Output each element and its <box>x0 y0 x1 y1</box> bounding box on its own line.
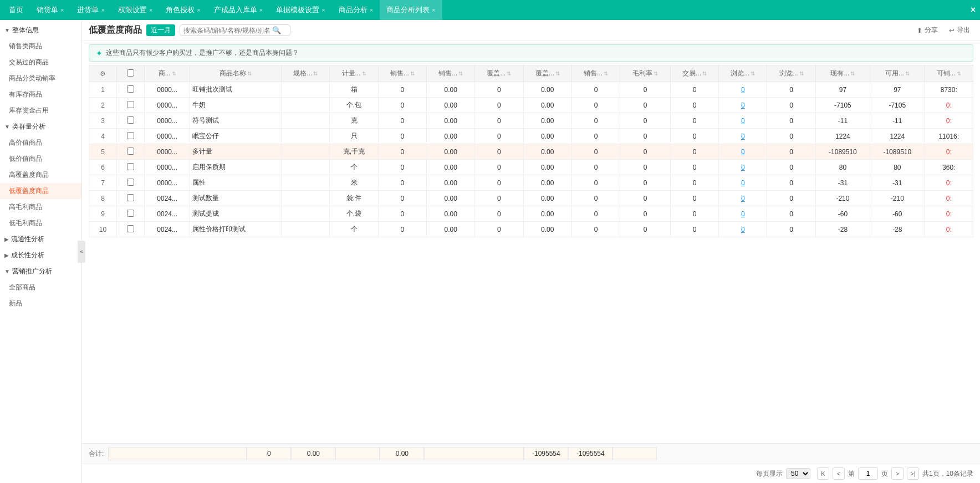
cover1-col-header[interactable]: 覆盖...⇅ <box>475 65 523 82</box>
sidebar-item-low-value[interactable]: 低价值商品 <box>0 151 81 167</box>
sidebar-group-overview[interactable]: ▼ 整体信息 <box>0 22 81 38</box>
unit-col-header[interactable]: 计量...⇅ <box>330 65 378 82</box>
row-select-checkbox[interactable] <box>127 194 134 201</box>
export-button[interactable]: ↩ 导出 <box>946 24 973 36</box>
close-icon[interactable]: × <box>197 7 200 13</box>
row-select-checkbox[interactable] <box>127 101 134 108</box>
prev-page-button[interactable]: < <box>833 467 845 480</box>
next-page-button[interactable]: > <box>891 467 904 480</box>
row-browse1[interactable]: 0 <box>719 144 767 160</box>
cover2-col-header[interactable]: 覆盖...⇅ <box>523 65 571 82</box>
row-select-checkbox[interactable] <box>127 210 134 217</box>
row-select-checkbox[interactable] <box>127 225 134 232</box>
sidebar-group-circulation[interactable]: ▶ 流通性分析 <box>0 231 81 247</box>
spec-col-header[interactable]: 规格...⇅ <box>282 65 330 82</box>
current-col-header[interactable]: 现有...⇅ <box>815 65 870 82</box>
sidebar-item-high-coverage[interactable]: 高覆盖度商品 <box>0 167 81 183</box>
browse1-col-header[interactable]: 浏览...⇅ <box>719 65 767 82</box>
close-icon[interactable]: × <box>321 7 325 13</box>
row-select-checkbox[interactable] <box>127 85 134 93</box>
row-checkbox[interactable] <box>117 98 145 113</box>
row-browse1[interactable]: 0 <box>719 191 767 206</box>
page-size-select[interactable]: 50 <box>786 468 810 479</box>
sidebar-group-cluster[interactable]: ▼ 类群量分析 <box>0 119 81 135</box>
row-browse1[interactable]: 0 <box>719 113 767 129</box>
nav-tab-analysis[interactable]: 商品分析 × <box>332 0 380 20</box>
row-cover1: 0 <box>475 98 523 113</box>
settings-icon[interactable]: ⚙ <box>100 70 106 78</box>
close-icon[interactable]: × <box>101 7 104 13</box>
checkbox-col-header[interactable] <box>117 65 145 82</box>
sidebar-item-low-margin[interactable]: 低毛利商品 <box>0 215 81 231</box>
row-browse1[interactable]: 0 <box>719 160 767 175</box>
sidebar-item-stocked-goods[interactable]: 有库存商品 <box>0 87 81 103</box>
sidebar-item-high-margin[interactable]: 高毛利商品 <box>0 199 81 215</box>
row-browse1[interactable]: 0 <box>719 82 767 98</box>
row-checkbox[interactable] <box>117 144 145 160</box>
row-checkbox[interactable] <box>117 129 145 144</box>
settings-col-header[interactable]: ⚙ <box>89 65 117 82</box>
row-select-checkbox[interactable] <box>127 148 134 155</box>
row-checkbox[interactable] <box>117 82 145 98</box>
sidebar-item-all-goods[interactable]: 全部商品 <box>0 279 81 296</box>
sidebar-item-sales-goods[interactable]: 销售类商品 <box>0 38 81 54</box>
period-button[interactable]: 近一月 <box>146 24 175 36</box>
nav-tab-purchase[interactable]: 进货单 × <box>70 0 111 20</box>
trade-col-header[interactable]: 交易...⇅ <box>670 65 718 82</box>
row-code: 0024... <box>145 206 190 222</box>
select-all-checkbox[interactable] <box>127 69 134 77</box>
sidebar-collapse-button[interactable]: « <box>78 241 85 263</box>
row-checkbox[interactable] <box>117 222 145 237</box>
browse2-col-header[interactable]: 浏览...⇅ <box>767 65 815 82</box>
close-icon[interactable]: × <box>60 7 64 13</box>
close-all-button[interactable]: × <box>971 5 976 15</box>
nav-tab-templates[interactable]: 单据模板设置 × <box>269 0 331 20</box>
row-browse1[interactable]: 0 <box>719 222 767 237</box>
sidebar-item-traded-goods[interactable]: 交易过的商品 <box>0 54 81 70</box>
sidebar-item-new-goods[interactable]: 新品 <box>0 296 81 312</box>
row-select-checkbox[interactable] <box>127 116 134 124</box>
page-number-input[interactable] <box>858 467 878 480</box>
row-select-checkbox[interactable] <box>127 132 134 139</box>
row-select-checkbox[interactable] <box>127 179 134 186</box>
row-browse1[interactable]: 0 <box>719 175 767 191</box>
search-input[interactable] <box>183 27 272 34</box>
sales-amt-col-header[interactable]: 销售...⇅ <box>426 65 474 82</box>
sidebar-group-growth[interactable]: ▶ 成长性分析 <box>0 247 81 263</box>
first-page-button[interactable]: K <box>817 467 829 480</box>
last-page-button[interactable]: >| <box>907 467 919 480</box>
sidebar-item-stock-fund[interactable]: 库存资金占用 <box>0 103 81 119</box>
row-browse1[interactable]: 0 <box>719 206 767 222</box>
sales3-col-header[interactable]: 销售...⇅ <box>571 65 620 82</box>
sidebar-item-high-value[interactable]: 高价值商品 <box>0 135 81 151</box>
row-browse1[interactable]: 0 <box>719 129 767 144</box>
sidebar-item-category-sales[interactable]: 商品分类动销率 <box>0 70 81 87</box>
gross-margin-col-header[interactable]: 毛利率⇅ <box>620 65 671 82</box>
share-button[interactable]: ⬆ 分享 <box>913 24 941 36</box>
nav-tab-sales[interactable]: 销货单 × <box>30 0 70 20</box>
saleable-col-header[interactable]: 可销...⇅ <box>925 65 973 82</box>
code-col-header[interactable]: 商...⇅ <box>145 65 190 82</box>
row-select-checkbox[interactable] <box>127 163 134 170</box>
close-icon[interactable]: × <box>432 7 435 13</box>
row-checkbox[interactable] <box>117 175 145 191</box>
row-checkbox[interactable] <box>117 113 145 129</box>
row-checkbox[interactable] <box>117 206 145 222</box>
nav-tab-home[interactable]: 首页 <box>2 0 30 20</box>
nav-tab-analysis-list[interactable]: 商品分析列表 × <box>380 0 442 20</box>
nav-tab-warehouse[interactable]: 产成品入库单 × <box>207 0 269 20</box>
close-icon[interactable]: × <box>259 7 263 13</box>
name-col-header[interactable]: 商品名称⇅ <box>190 65 282 82</box>
nav-tab-roles[interactable]: 角色授权 × <box>159 0 207 20</box>
search-icon[interactable]: 🔍 <box>272 26 281 34</box>
sidebar-group-marketing[interactable]: ▼ 营销推广分析 <box>0 263 81 279</box>
nav-tab-perms[interactable]: 权限设置 × <box>111 0 159 20</box>
sidebar-item-low-coverage[interactable]: 低覆盖度商品 <box>0 183 81 199</box>
row-browse1[interactable]: 0 <box>719 98 767 113</box>
close-icon[interactable]: × <box>149 7 152 13</box>
sales-qty-col-header[interactable]: 销售...⇅ <box>378 65 426 82</box>
row-checkbox[interactable] <box>117 191 145 206</box>
close-icon[interactable]: × <box>370 7 373 13</box>
available-col-header[interactable]: 可用...⇅ <box>870 65 925 82</box>
row-checkbox[interactable] <box>117 160 145 175</box>
